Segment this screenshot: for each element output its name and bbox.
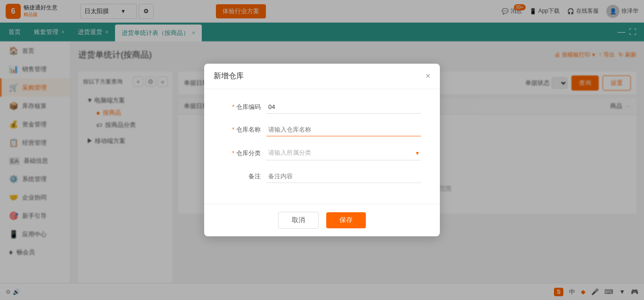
modal-dialog: 新增仓库 × 仓库编码 仓库名称 仓库分类 请输入所属分类 ▾ bbox=[204, 64, 440, 236]
modal-footer: 取消 保存 bbox=[204, 204, 440, 236]
warehouse-code-row: 仓库编码 bbox=[223, 100, 421, 114]
remark-row: 备注 bbox=[223, 170, 421, 183]
remark-label: 备注 bbox=[223, 172, 261, 181]
modal-overlay: 新增仓库 × 仓库编码 仓库名称 仓库分类 请输入所属分类 ▾ bbox=[0, 0, 644, 300]
modal-body: 仓库编码 仓库名称 仓库分类 请输入所属分类 ▾ 备注 bbox=[204, 89, 440, 204]
warehouse-name-label: 仓库名称 bbox=[223, 125, 261, 134]
remark-input[interactable] bbox=[266, 170, 421, 183]
warehouse-name-row: 仓库名称 bbox=[223, 123, 421, 136]
warehouse-code-label: 仓库编码 bbox=[223, 103, 261, 111]
warehouse-code-input[interactable] bbox=[266, 100, 421, 114]
warehouse-type-label: 仓库分类 bbox=[223, 149, 261, 158]
save-button[interactable]: 保存 bbox=[326, 212, 366, 228]
modal-close-button[interactable]: × bbox=[425, 71, 430, 81]
dropdown-arrow-icon: ▾ bbox=[416, 150, 419, 157]
warehouse-type-row: 仓库分类 请输入所属分类 ▾ bbox=[223, 146, 421, 160]
modal-header: 新增仓库 × bbox=[204, 64, 440, 89]
cancel-button[interactable]: 取消 bbox=[278, 212, 319, 229]
warehouse-name-input[interactable] bbox=[266, 123, 421, 136]
warehouse-type-select[interactable]: 请输入所属分类 ▾ bbox=[266, 146, 421, 160]
warehouse-type-placeholder: 请输入所属分类 bbox=[268, 149, 311, 157]
modal-title: 新增仓库 bbox=[214, 71, 244, 81]
